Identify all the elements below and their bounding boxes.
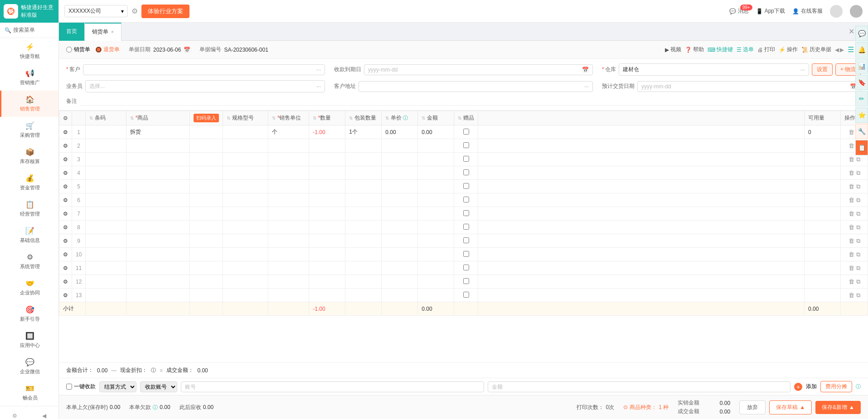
tab-sales-order[interactable]: 销货单 × xyxy=(85,23,121,41)
sidebar-item-operations[interactable]: 📋 经营管理 xyxy=(0,196,58,222)
row-gift-5[interactable] xyxy=(454,180,478,193)
row-copy-icon-9[interactable]: ⧉ xyxy=(856,237,860,245)
row-qty-11[interactable] xyxy=(309,261,345,275)
sidebar-item-guide[interactable]: 🎯 新手引导 xyxy=(0,301,58,327)
tab-home[interactable]: 首页 xyxy=(59,23,85,41)
row-spec-2[interactable] xyxy=(223,139,268,153)
customer-address-dots-btn[interactable]: ··· xyxy=(584,83,589,90)
row-qty-1[interactable]: -1.00 xyxy=(309,125,345,139)
row-amount-8[interactable] xyxy=(418,221,454,234)
row-product-1[interactable]: 拆货 xyxy=(126,125,190,139)
sidebar-item-wechat[interactable]: 💬 企业微信 xyxy=(0,353,58,380)
row-gift-4[interactable] xyxy=(454,166,478,180)
row-price-4[interactable] xyxy=(382,166,418,180)
row-settings-6[interactable]: ⚙ xyxy=(59,193,72,207)
row-qty-9[interactable] xyxy=(309,234,345,248)
due-date-cal-icon[interactable]: 📅 xyxy=(582,67,589,73)
row-pack-2[interactable] xyxy=(345,139,382,153)
operation-btn[interactable]: ⚡ 操作 xyxy=(779,46,798,53)
row-pack-8[interactable] xyxy=(345,221,382,234)
sidebar-collapse-btn[interactable]: ◀ xyxy=(39,409,50,419)
row-spec-1[interactable] xyxy=(223,125,268,139)
tab-close-icon[interactable]: × xyxy=(111,29,114,34)
radio-return-input[interactable] xyxy=(96,47,102,53)
avatar[interactable] xyxy=(830,5,843,18)
row-copy-icon-12[interactable]: ⧉ xyxy=(856,278,860,285)
row-unit-11[interactable] xyxy=(268,261,309,275)
row-delete-icon-9[interactable]: 🗑 xyxy=(849,237,854,244)
gift-checkbox-8[interactable] xyxy=(463,224,469,230)
row-amount-2[interactable] xyxy=(418,139,454,153)
amount-input[interactable] xyxy=(488,381,791,392)
row-qty-12[interactable] xyxy=(309,275,345,289)
radio-sale-input[interactable] xyxy=(66,47,72,53)
row-pack-10[interactable] xyxy=(345,248,382,261)
row-amount-6[interactable] xyxy=(418,193,454,207)
cash-discount-info-icon[interactable]: ⓘ xyxy=(151,367,156,374)
row-spec-8[interactable] xyxy=(223,221,268,234)
gift-checkbox-12[interactable] xyxy=(463,278,469,284)
row-copy-icon-3[interactable]: ⧉ xyxy=(856,156,860,163)
row-qty-10[interactable] xyxy=(309,248,345,261)
row-copy-icon-7[interactable]: ⧉ xyxy=(856,210,860,217)
row-settings-9[interactable]: ⚙ xyxy=(59,234,72,248)
rp-chart-btn[interactable]: 📊 xyxy=(855,58,868,74)
row-delete-icon-11[interactable]: 🗑 xyxy=(849,265,854,271)
gift-checkbox-7[interactable] xyxy=(463,210,469,216)
row-product-4[interactable] xyxy=(126,166,190,180)
row-unit-13[interactable] xyxy=(268,289,309,302)
expected-delivery-input[interactable]: yyyy-mm-dd 📅 xyxy=(637,81,861,92)
customer-address-input[interactable]: ··· xyxy=(359,81,593,92)
trial-btn[interactable]: 体验行业方案 xyxy=(141,5,189,18)
rp-notify-btn[interactable]: 🔔 xyxy=(855,42,868,58)
row-copy-icon-4[interactable]: ⧉ xyxy=(856,169,860,177)
row-pack-13[interactable] xyxy=(345,289,382,302)
row-gift-11[interactable] xyxy=(454,261,478,275)
row-delete-icon-10[interactable]: 🗑 xyxy=(849,251,854,258)
payment-method-select[interactable]: 结算方式 xyxy=(99,381,136,392)
row-pack-5[interactable] xyxy=(345,180,382,193)
sidebar-item-member[interactable]: 🎫 畅会员 xyxy=(0,380,58,406)
row-price-9[interactable] xyxy=(382,234,418,248)
row-price-10[interactable] xyxy=(382,248,418,261)
row-settings-1[interactable]: ⚙ xyxy=(59,125,72,139)
row-product-7[interactable] xyxy=(126,207,190,221)
row-spec-3[interactable] xyxy=(223,153,268,166)
row-copy-icon-8[interactable]: ⧉ xyxy=(856,224,860,231)
product-type-value[interactable]: 1 种 xyxy=(659,404,669,411)
next-record-icon[interactable]: ▶ xyxy=(840,47,844,53)
row-delete-icon-7[interactable]: 🗑 xyxy=(849,210,854,217)
sidebar-item-inventory[interactable]: 📦 库存核算 xyxy=(0,143,58,169)
row-gift-6[interactable] xyxy=(454,193,478,207)
gift-checkbox-4[interactable] xyxy=(463,169,469,175)
row-product-8[interactable] xyxy=(126,221,190,234)
row-qty-6[interactable] xyxy=(309,193,345,207)
row-spec-13[interactable] xyxy=(223,289,268,302)
row-settings-10[interactable]: ⚙ xyxy=(59,248,72,261)
sidebar-item-basic-info[interactable]: 📝 基础信息 xyxy=(0,222,58,248)
row-copy-icon-11[interactable]: ⧉ xyxy=(856,265,860,272)
row-delete-icon-4[interactable]: 🗑 xyxy=(849,169,854,176)
row-gift-8[interactable] xyxy=(454,221,478,234)
app-download-btn[interactable]: 📱 App下载 xyxy=(756,7,785,15)
help-btn[interactable]: ❓ 帮助 xyxy=(685,46,704,53)
deficit-info-icon[interactable]: ⓘ xyxy=(153,404,158,411)
close-window-icon[interactable]: ✕ xyxy=(849,27,854,36)
row-price-13[interactable] xyxy=(382,289,418,302)
company-selector[interactable]: XXXXXX公司 ▾ xyxy=(64,5,128,17)
row-qty-4[interactable] xyxy=(309,166,345,180)
row-product-2[interactable] xyxy=(126,139,190,153)
row-unit-7[interactable] xyxy=(268,207,309,221)
sidebar-settings-btn[interactable]: ⚙ xyxy=(9,409,21,419)
row-gift-1[interactable] xyxy=(454,125,478,139)
row-barcode-6[interactable] xyxy=(86,193,126,207)
row-settings-2[interactable]: ⚙ xyxy=(59,139,72,153)
sidebar-item-search[interactable]: 🔍 搜索菜单 xyxy=(0,23,58,38)
print-btn[interactable]: 🖨 打印 xyxy=(757,46,775,53)
bank-account-select[interactable]: 收款账号 xyxy=(140,381,177,392)
row-amount-12[interactable] xyxy=(418,275,454,289)
row-settings-7[interactable]: ⚙ xyxy=(59,207,72,221)
row-copy-icon-5[interactable]: ⧉ xyxy=(856,183,860,190)
th-settings[interactable]: ⚙ xyxy=(59,111,72,125)
row-qty-2[interactable] xyxy=(309,139,345,153)
